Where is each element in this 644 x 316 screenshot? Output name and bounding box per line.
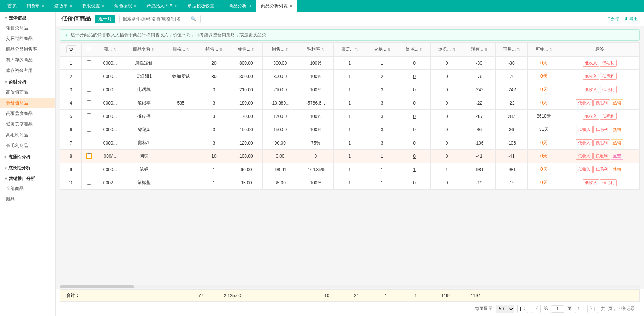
- share-btn[interactable]: ⤴ 分享: [608, 16, 620, 22]
- nav-role-close[interactable]: ✕: [134, 4, 137, 9]
- sidebar-item-high-margin[interactable]: 高毛利商品: [0, 130, 55, 140]
- scrollbar-thumb[interactable]: [60, 285, 134, 288]
- prev-page-btn[interactable]: 〈: [531, 305, 541, 313]
- nav-goods-analysis[interactable]: 商品分析 ✕: [224, 0, 256, 12]
- nav-goods-list[interactable]: 商品分析列表 ✕: [256, 0, 297, 12]
- cell-current-stock: -981: [463, 163, 495, 176]
- table-row: 5 0000... 橡皮擦 3 170.00 170.00 100% 1 3 0…: [60, 110, 640, 123]
- cell-saleable: 0天: [528, 150, 560, 163]
- row-checkbox[interactable]: [87, 140, 91, 145]
- th-gross-margin[interactable]: 毛利率 ⇅: [298, 43, 333, 57]
- total-sales-qty: 77: [186, 293, 216, 298]
- sidebar-item-all-goods[interactable]: 全部商品: [0, 183, 55, 194]
- browse1-link[interactable]: 0: [413, 154, 416, 159]
- row-checkbox[interactable]: [87, 167, 91, 171]
- cell-available: -30: [495, 57, 527, 70]
- nav-sales[interactable]: 销货单 ✕: [22, 0, 49, 12]
- th-settings[interactable]: ⚙: [60, 43, 82, 57]
- th-current-stock[interactable]: 现有... ⇅: [463, 43, 495, 57]
- nav-purchase[interactable]: 进货单 ✕: [50, 0, 77, 12]
- th-spec[interactable]: 规格... ⇅: [164, 43, 198, 57]
- th-available[interactable]: 可用... ⇅: [495, 43, 527, 57]
- nav-role[interactable]: 角色授权 ✕: [110, 0, 141, 12]
- sort-sales-amt-icon: ⇅: [252, 47, 255, 51]
- sidebar-item-high-coverage[interactable]: 高覆盖度商品: [0, 108, 55, 119]
- nav-product-in[interactable]: 产成品入库单 ✕: [142, 0, 182, 12]
- th-browse1[interactable]: 浏览... ⇅: [398, 43, 430, 57]
- row-checkbox[interactable]: [87, 153, 91, 158]
- filter-recent-month-btn[interactable]: 近一月: [95, 15, 115, 23]
- nav-product-in-close[interactable]: ✕: [175, 4, 178, 9]
- th-coverage[interactable]: 覆盖... ⇅: [333, 43, 366, 57]
- nav-purchase-close[interactable]: ✕: [69, 4, 73, 9]
- cell-code: 0000...: [96, 70, 124, 83]
- browse1-link[interactable]: 0: [413, 127, 416, 132]
- tag: 低毛利: [593, 126, 610, 133]
- export-btn[interactable]: ⬇ 导出: [624, 16, 638, 22]
- table-row: 7 0000... 鼠标1 3 120.00 90.00 75% 1 3 0 0…: [60, 136, 640, 150]
- row-checkbox[interactable]: [87, 60, 91, 65]
- row-checkbox[interactable]: [87, 100, 91, 105]
- nav-template[interactable]: 单据模板设置 ✕: [183, 0, 224, 12]
- cell-sales-amt: 35.00: [230, 176, 262, 190]
- sidebar-item-stock-fund[interactable]: 库存资金占用: [0, 65, 55, 76]
- nav-goods-list-close[interactable]: ✕: [289, 4, 292, 9]
- nav-template-close[interactable]: ✕: [216, 4, 219, 9]
- row-checkbox[interactable]: [87, 113, 91, 118]
- th-sales-amt[interactable]: 销售... ⇅: [230, 43, 262, 57]
- browse1-link[interactable]: 0: [413, 114, 416, 119]
- settings-gear-btn[interactable]: ⚙: [66, 45, 76, 53]
- browse1-link[interactable]: 0: [413, 87, 416, 92]
- sidebar-item-low-value[interactable]: 低价值商品: [0, 98, 55, 108]
- th-saleable[interactable]: 可销... ⇅: [528, 43, 560, 57]
- th-trade[interactable]: 交易... ⇅: [366, 43, 398, 57]
- cell-gross-margin: 100%: [298, 123, 333, 136]
- th-browse2[interactable]: 浏览... ⇅: [430, 43, 463, 57]
- sidebar-item-new-goods[interactable]: 新品: [0, 194, 55, 205]
- export-icon: ⬇: [624, 16, 628, 21]
- sidebar-group-growth: > 成长性分析: [0, 162, 55, 173]
- nav-home[interactable]: 首页: [3, 0, 21, 12]
- browse1-link[interactable]: 1: [413, 167, 416, 172]
- page-number-input[interactable]: [551, 305, 564, 313]
- th-name[interactable]: 商品名称 ⇅: [124, 43, 164, 57]
- nav-perm-close[interactable]: ✕: [101, 4, 105, 9]
- horizontal-scrollbar[interactable]: [60, 285, 640, 288]
- nav-perm[interactable]: 权限设置 ✕: [78, 0, 109, 12]
- browse1-link[interactable]: 0: [413, 74, 416, 79]
- page-size-select[interactable]: 50 100 200: [496, 305, 514, 313]
- th-sales-profit[interactable]: 销售... ⇅: [262, 43, 298, 57]
- sidebar-item-low-coverage[interactable]: 低覆盖度商品: [0, 119, 55, 130]
- search-input[interactable]: [123, 16, 189, 21]
- th-sales-qty[interactable]: 销售... ⇅: [198, 43, 230, 57]
- cell-checkbox: [82, 150, 96, 163]
- nav-sales-close[interactable]: ✕: [41, 4, 45, 9]
- search-icon[interactable]: 🔍: [191, 16, 196, 21]
- cell-sales-amt: 150.00: [230, 123, 262, 136]
- sidebar-item-category-rate[interactable]: 商品分类销售率: [0, 44, 55, 55]
- row-checkbox[interactable]: [87, 127, 91, 132]
- nav-goods-analysis-close[interactable]: ✕: [248, 4, 251, 9]
- row-checkbox[interactable]: [87, 74, 91, 78]
- cell-sales-profit: 800.00: [262, 57, 298, 70]
- cell-sales-qty: 10: [198, 150, 230, 163]
- sidebar-item-low-margin[interactable]: 低毛利商品: [0, 140, 55, 151]
- th-code[interactable]: 商... ⇅: [96, 43, 124, 57]
- sidebar-item-sales-goods[interactable]: 销售类商品: [0, 23, 55, 33]
- browse1-link[interactable]: 0: [413, 140, 416, 146]
- cell-no: 6: [60, 123, 82, 136]
- first-page-btn[interactable]: |〈: [517, 305, 528, 313]
- sidebar-item-traded-goods[interactable]: 交易过的商品: [0, 33, 55, 44]
- browse1-link[interactable]: 0: [413, 101, 416, 106]
- top-nav: 首页 销货单 ✕ 进货单 ✕ 权限设置 ✕ 角色授权 ✕ 产成品入库单 ✕ 单据…: [0, 0, 644, 12]
- select-all-checkbox[interactable]: [87, 47, 91, 51]
- next-page-btn[interactable]: 〉: [575, 305, 584, 313]
- sidebar-item-stock-goods[interactable]: 有库存的商品: [0, 55, 55, 65]
- last-page-btn[interactable]: 〉|: [587, 305, 598, 313]
- cell-code: 000/...: [96, 150, 124, 163]
- row-checkbox[interactable]: [87, 87, 91, 92]
- browse1-link[interactable]: 0: [413, 180, 416, 186]
- sidebar-item-high-value[interactable]: 高价值商品: [0, 87, 55, 98]
- browse1-link[interactable]: 0: [413, 61, 416, 66]
- row-checkbox[interactable]: [87, 180, 91, 185]
